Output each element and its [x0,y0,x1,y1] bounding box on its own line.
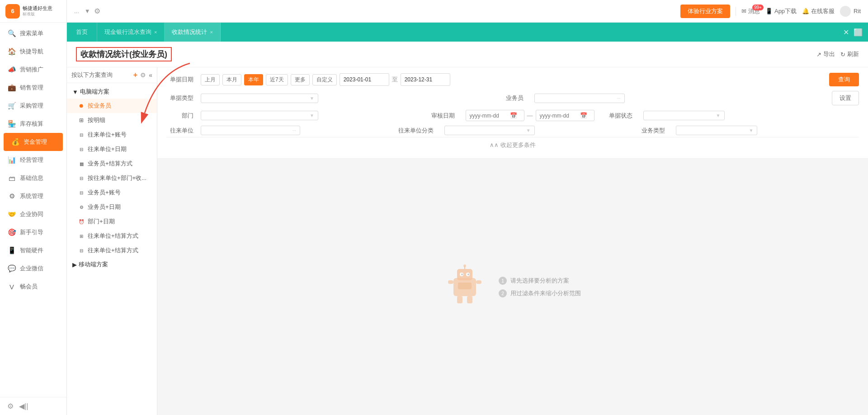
sidebar-item-guide[interactable]: 🎯 新手引导 [0,223,66,241]
tab-collection-stats[interactable]: 收款情况统计 × [165,23,220,42]
counterpart-type-select[interactable]: ▼ [444,126,535,135]
doctype-arrow: ▼ [310,96,314,101]
refresh-button[interactable]: ↻ 刷新 [840,50,859,58]
scheme-label-9: 往来单位+结算方式 [88,232,138,240]
audit-date-from-input[interactable] [470,113,508,119]
sidebar-item-sysadmin[interactable]: ⚙ 系统管理 [0,187,66,205]
dropdown-arrow[interactable]: ▼ [85,8,90,14]
scheme-group-desktop[interactable]: ▼ 电脑端方案 [67,85,157,99]
query-button[interactable]: 查询 [829,73,859,86]
message-badge: 99+ [752,5,764,10]
service-icon: 🔔 [802,8,809,14]
tab-cash-flow[interactable]: 现金银行流水查询 × [97,23,165,42]
date-btn-more[interactable]: 更多 [291,74,310,85]
scheme-item-1[interactable]: ⊞ 按明细 [67,113,157,127]
sidebar-item-hardware[interactable]: 📱 智能硬件 [0,241,66,259]
sidebar-item-member[interactable]: V 畅会员 [0,278,66,296]
online-service-button[interactable]: 🔔 在线客服 [802,7,835,15]
counterpart-type-label: 往来单位分类 [398,127,434,135]
scheme-label-5: 按往来单位+部门+收... [88,174,146,182]
sidebar-item-marketing[interactable]: 📣 营销推广 [0,61,66,79]
date-btn-lastmonth[interactable]: 上月 [201,74,220,85]
salesperson-arrow: ··· [617,96,620,101]
scheme-settings-btn[interactable]: ⚙ [140,71,146,79]
tab-home-label: 首页 [76,28,88,36]
sidebar-item-search[interactable]: 🔍 搜索菜单 [0,24,66,42]
tab-home[interactable]: 首页 [67,23,97,42]
scheme-item-9[interactable]: ⊞ 往来单位+结算方式 [67,229,157,243]
calendar-icon-from[interactable]: 📅 [510,112,517,119]
tab-cash-flow-close[interactable]: × [154,29,157,35]
app-download-button[interactable]: 📱 App下载 [765,7,797,15]
tab-maximize[interactable]: ⬜ [854,28,863,37]
sidebar: 6 畅捷通好生意 标准版 🔍 搜索菜单 🏠 快捷导航 📣 营销推广 💼 销售管理… [0,0,67,415]
tab-collection-stats-label: 收款情况统计 [172,28,207,36]
empty-hints: 1 请先选择要分析的方案 2 用过滤条件来缩小分析范围 [499,277,581,297]
sidebar-item-wechat[interactable]: 💬 企业微信 [0,259,66,278]
sidebar-item-basicinfo[interactable]: 🗃 基础信息 [0,169,66,187]
scheme-item-0[interactable]: ⏺ 按业务员 [67,99,157,113]
date-btn-7days[interactable]: 近7天 [266,74,288,85]
scheme-item-5[interactable]: ⊟ 按往来单位+部门+收... [67,171,157,185]
sidebar-item-sales[interactable]: 💼 销售管理 [0,79,66,97]
scheme-label-3: 往来单位+日期 [88,145,127,153]
filter-date-control: 上月 本月 本年 近7天 更多 自定义 2023-01-01 至 2023-12… [201,73,822,86]
scheme-item-8[interactable]: ⏰ 部门+日期 [67,214,157,229]
doctype-select[interactable]: ▼ [201,94,318,103]
sidebar-item-operations[interactable]: 📊 经营管理 [0,151,66,169]
calendar-icon-to[interactable]: 📅 [580,112,587,119]
counterpart-select[interactable]: ··· [201,126,300,135]
scheme-item-4[interactable]: ▦ 业务员+结算方式 [67,156,157,171]
tab-collection-stats-close[interactable]: × [210,29,212,35]
scheme-label-7: 业务员+日期 [88,203,121,211]
sidebar-item-quicknav[interactable]: 🏠 快捷导航 [0,42,66,61]
logo-icon: 6 [5,4,20,19]
group-arrow-mobile: ▶ [72,261,77,268]
biztype-select[interactable]: ▼ [676,126,757,135]
scheme-item-3[interactable]: ⊟ 往来单位+日期 [67,142,157,156]
user-area[interactable]: Rit [840,6,861,17]
svg-point-5 [467,274,469,275]
audit-date-to-input[interactable] [540,113,578,119]
collapse-sidebar-btn[interactable]: ◀|| [19,402,28,410]
scheme-item-7[interactable]: ⚙ 业务员+日期 [67,200,157,214]
collab-icon: 🤝 [7,210,16,219]
audit-date-from[interactable]: 📅 [466,110,524,121]
user-avatar [840,6,851,17]
tab-close-all[interactable]: ✕ [843,28,849,37]
date-btn-custom[interactable]: 自定义 [312,74,337,85]
settings-gear[interactable]: ⚙ [94,7,100,15]
sysadmin-icon: ⚙ [7,192,16,201]
scheme-collapse-btn[interactable]: « [149,71,152,79]
biztype-arrow: ▼ [749,128,753,133]
scheme-item-10[interactable]: ⊟ 往来单位+结算方式 [67,243,157,258]
sidebar-item-purchase[interactable]: 🛒 采购管理 [0,97,66,115]
docstatus-select[interactable]: ▼ [643,111,725,120]
dept-select[interactable]: ▼ [201,111,318,120]
settings-bottom-icon[interactable]: ⚙ [7,402,14,410]
trial-button[interactable]: 体验行业方案 [680,5,730,18]
collapse-bar[interactable]: ∧∧ 收起更多条件 [166,137,859,153]
scheme-group-mobile[interactable]: ▶ 移动端方案 [67,258,157,271]
audit-date-to[interactable]: 📅 [536,110,594,121]
scheme-label-10: 往来单位+结算方式 [88,246,138,255]
salesperson-select[interactable]: ··· [534,94,625,103]
sidebar-item-finance[interactable]: 💰 资金管理 [4,133,63,151]
messages-button[interactable]: ✉ 消息 99+ [741,7,760,15]
marketing-icon: 📣 [7,65,16,74]
date-btn-thismonth[interactable]: 本月 [222,74,241,85]
svg-rect-12 [476,280,481,284]
settings-button[interactable]: 设置 [832,91,859,105]
scheme-add-btn[interactable]: + [133,71,137,79]
export-button[interactable]: ↗ 导出 [816,50,835,58]
sidebar-item-inventory[interactable]: 🏪 库存核算 [0,115,66,133]
scheme-item-6[interactable]: ⊟ 业务员+账号 [67,185,157,200]
date-btn-thisyear[interactable]: 本年 [244,74,263,85]
scheme-item-2[interactable]: ⊟ 往来单位+账号 [67,127,157,142]
counterpart-more[interactable]: ··· [292,128,296,133]
scheme-icon-10: ⊟ [78,247,85,254]
date-label: 单据日期 [166,75,193,84]
audit-date-separator: — [527,112,533,119]
sidebar-item-collab[interactable]: 🤝 企业协同 [0,205,66,223]
breadcrumb-current[interactable]: ... [74,8,79,14]
